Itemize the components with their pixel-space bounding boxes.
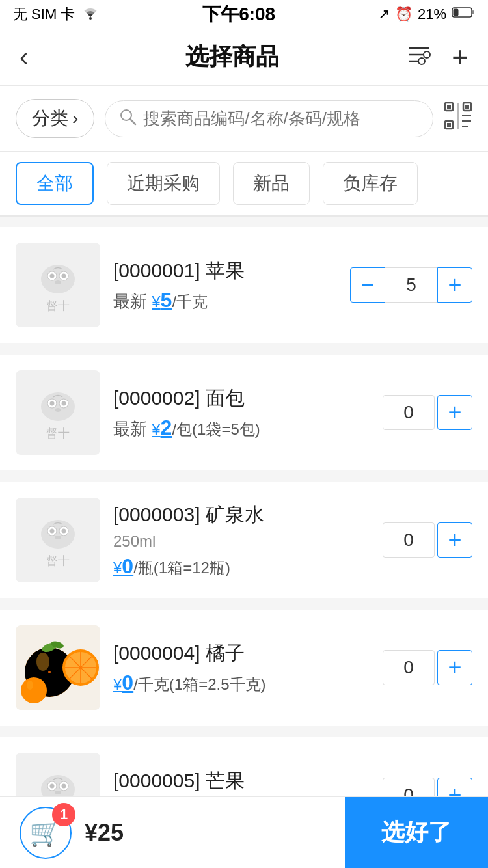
product-info: [0000002] 面包 最新 ¥2/包(1袋=5包): [113, 385, 370, 441]
quantity-minus-button[interactable]: −: [350, 267, 385, 303]
price-unit: /千克(1箱=2.5千克): [133, 675, 265, 693]
svg-point-26: [55, 280, 61, 284]
svg-point-43: [48, 671, 51, 673]
filter-bar: 分类 ›: [0, 86, 488, 152]
cart-icon-wrap[interactable]: 🛒 1: [20, 807, 72, 859]
tab-recent[interactable]: 近期采购: [107, 162, 220, 205]
placeholder-owl: 督十: [35, 384, 81, 441]
section-divider: [0, 727, 488, 737]
price-currency: ¥: [113, 559, 122, 576]
tab-new[interactable]: 新品: [233, 162, 310, 205]
status-left: 无 SIM 卡: [13, 5, 100, 24]
product-image: 督十: [16, 370, 100, 455]
svg-point-7: [424, 51, 430, 58]
product-item: 督十 [0000003] 矿泉水 250ml ¥0/瓶(1箱=12瓶) +: [0, 482, 488, 598]
price-currency: ¥: [113, 675, 122, 693]
svg-point-38: [55, 536, 61, 539]
product-list: 督十 [0000001] 苹果 最新 ¥5/千克 − +: [0, 227, 488, 868]
svg-point-53: [27, 681, 33, 690]
svg-point-25: [62, 274, 66, 278]
product-item: [0000004] 橘子 ¥0/千克(1箱=2.5千克) +: [0, 610, 488, 726]
svg-point-31: [62, 401, 66, 406]
svg-point-52: [21, 677, 47, 703]
nav-actions: +: [406, 41, 468, 74]
status-time: 下午6:08: [202, 2, 275, 27]
filter-icon[interactable]: [406, 43, 432, 71]
svg-rect-3: [472, 10, 474, 14]
svg-point-32: [55, 408, 61, 412]
product-image: 督十: [16, 498, 100, 582]
svg-point-27: [41, 392, 75, 421]
product-item: 督十 [0000001] 苹果 最新 ¥5/千克 − +: [0, 227, 488, 343]
quantity-plus-button[interactable]: +: [437, 267, 472, 303]
placeholder-owl: 督十: [35, 256, 81, 314]
price-label: 最新: [113, 292, 152, 311]
category-label: 分类: [32, 106, 68, 131]
product-code-name: [0000002] 面包: [113, 385, 370, 412]
category-arrow: ›: [72, 108, 78, 129]
quantity-control: +: [383, 650, 472, 685]
product-code-name: [0000004] 橘子: [113, 640, 370, 667]
product-code-name: [0000001] 苹果: [113, 258, 337, 284]
battery-icon: [452, 6, 475, 23]
price-currency: ¥: [152, 420, 160, 438]
add-icon[interactable]: +: [452, 41, 468, 74]
status-right: ↗ ⏰ 21%: [378, 6, 475, 23]
tab-negative[interactable]: 负库存: [323, 162, 418, 205]
page-title: 选择商品: [59, 41, 406, 73]
svg-point-30: [50, 401, 55, 406]
quantity-input[interactable]: [383, 650, 435, 685]
brand-label: 督十: [46, 426, 70, 441]
scan-icon[interactable]: [444, 102, 472, 136]
svg-rect-14: [447, 105, 451, 109]
confirm-button[interactable]: 选好了: [345, 797, 488, 869]
search-box: [105, 100, 433, 137]
brand-label: 督十: [46, 298, 70, 314]
cart-section: 🛒 1 ¥25: [0, 807, 345, 859]
price-value: 2: [161, 416, 172, 439]
product-code-name: [0000003] 矿泉水: [113, 502, 370, 528]
price-currency: ¥: [152, 293, 160, 310]
quantity-input[interactable]: [383, 395, 435, 430]
quantity-input[interactable]: [385, 267, 437, 303]
product-price-line: 最新 ¥5/千克: [113, 288, 337, 313]
quantity-input[interactable]: [383, 522, 435, 558]
tab-all[interactable]: 全部: [16, 162, 94, 205]
cart-badge: 1: [52, 803, 75, 826]
svg-point-8: [418, 58, 425, 64]
quantity-plus-button[interactable]: +: [437, 522, 472, 558]
svg-rect-2: [454, 9, 459, 16]
search-input[interactable]: [143, 109, 420, 129]
svg-point-59: [55, 791, 61, 794]
orange-image: [16, 625, 100, 710]
quantity-plus-button[interactable]: +: [437, 395, 472, 430]
quantity-control: +: [383, 522, 472, 558]
placeholder-owl: 督十: [35, 511, 81, 569]
product-price-line: ¥0/瓶(1箱=12瓶): [113, 554, 370, 578]
price-label: 最新: [113, 419, 152, 439]
product-code-name: [0000005] 芒果: [113, 768, 370, 794]
wifi-icon: [81, 5, 100, 23]
svg-line-10: [130, 119, 135, 124]
carrier-text: 无 SIM 卡: [13, 5, 75, 24]
alarm-icon: ⏰: [395, 6, 413, 23]
svg-point-0: [89, 17, 92, 20]
section-divider: [0, 599, 488, 610]
bottom-bar: 🛒 1 ¥25 选好了: [0, 796, 488, 868]
quantity-plus-button[interactable]: +: [437, 650, 472, 685]
svg-point-57: [50, 784, 55, 789]
quantity-control: − +: [350, 267, 472, 303]
category-button[interactable]: 分类 ›: [16, 99, 94, 138]
price-unit: /瓶(1箱=12瓶): [133, 559, 230, 576]
product-item: 督十 [0000002] 面包 最新 ¥2/包(1袋=5包) +: [0, 355, 488, 470]
product-info: [0000003] 矿泉水 250ml ¥0/瓶(1箱=12瓶): [113, 502, 370, 578]
search-icon: [118, 107, 137, 130]
back-button[interactable]: ‹: [20, 42, 59, 72]
location-icon: ↗: [378, 6, 390, 23]
svg-point-37: [62, 529, 66, 534]
svg-rect-15: [465, 105, 469, 109]
product-price-line: 最新 ¥2/包(1袋=5包): [113, 416, 370, 441]
tab-bar: 全部 近期采购 新品 负库存: [0, 152, 488, 217]
product-image: [16, 625, 100, 710]
section-divider: [0, 217, 488, 227]
